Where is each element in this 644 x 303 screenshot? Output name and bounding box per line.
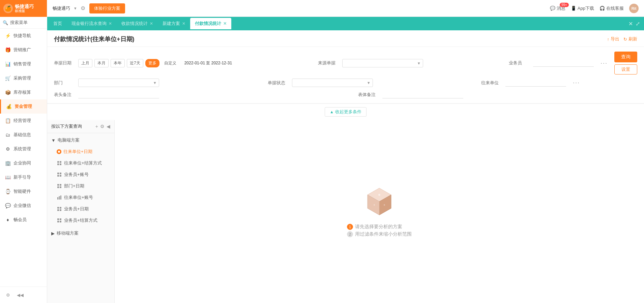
body-note-input[interactable]: [382, 91, 463, 98]
message-badge: 99+: [560, 3, 569, 7]
sidebar-item-system[interactable]: ⚙ 系统管理: [0, 142, 47, 156]
tab-receipts-stats-close[interactable]: ✕: [150, 21, 153, 26]
sidebar-collapse-btn[interactable]: ◀◀: [16, 290, 25, 300]
message-action[interactable]: 💬 消息 99+: [550, 5, 565, 11]
sidebar-item-sales[interactable]: 📊 销售管理: [0, 57, 47, 71]
tab-receipts-stats[interactable]: 收款情况统计 ✕: [117, 18, 158, 29]
filter-row-3: 表头备注 表体备注: [54, 91, 637, 98]
enterprise-icon: 🏢: [5, 160, 11, 166]
user-avatar[interactable]: Rit: [629, 4, 639, 13]
date-btn-this-year[interactable]: 本年: [111, 59, 125, 67]
tree-item-grid-icon: [57, 160, 62, 166]
tree-item-dept-date[interactable]: 部门+日期: [47, 180, 114, 192]
header-note-input[interactable]: [78, 91, 159, 98]
sidebar-header: 🍊 畅捷通巧 标准版: [0, 0, 47, 17]
empty-text: 1 请先选择要分析的方案 2 用过滤条件来缩小分析范围: [347, 222, 412, 239]
tab-bank-flow-close[interactable]: ✕: [109, 21, 112, 26]
date-btn-more[interactable]: 更多: [145, 59, 159, 67]
tree-item-counterpart-settlement[interactable]: 往来单位+结算方式: [47, 157, 114, 169]
marketing-icon: 🎁: [5, 47, 11, 53]
left-panel-settings-icon[interactable]: ⚙: [100, 124, 105, 129]
tree-item-grid3-icon: [57, 183, 62, 189]
date-btn-last-7days[interactable]: 近7天: [127, 59, 143, 67]
body-area: 按以下方案查询 + ⚙ ◀ ▼ 电脑端方案: [47, 120, 644, 303]
svg-rect-21: [57, 218, 59, 220]
tab-payments-stats[interactable]: 付款情况统计 ✕: [190, 18, 231, 29]
left-section-mobile-header[interactable]: ▶ 移动端方案: [47, 228, 114, 239]
tree-item-agent-settlement[interactable]: 业务员+结算方式: [47, 215, 114, 226]
source-select[interactable]: ▾: [342, 59, 423, 67]
finance-icon: 💰: [6, 103, 12, 110]
tab-payments-stats-close[interactable]: ✕: [223, 21, 227, 26]
sidebar-item-guide[interactable]: 📖 新手引导: [0, 170, 47, 184]
tree-item-agent-date[interactable]: 业务员+日期: [47, 203, 114, 215]
svg-rect-12: [57, 186, 59, 188]
tab-new-plan[interactable]: 新建方案 ✕: [158, 18, 190, 29]
mobile-section-arrow-icon: ▶: [51, 231, 55, 236]
export-button[interactable]: ↑ 导出: [607, 36, 620, 42]
topbar-dropdown-arrow[interactable]: ▾: [74, 6, 77, 11]
tree-item-grid5-icon: [57, 218, 62, 223]
counterpart-input[interactable]: [505, 79, 566, 87]
sidebar-item-member[interactable]: ♦ 畅会员: [0, 213, 47, 227]
desktop-section-label: 电脑端方案: [58, 137, 80, 143]
sidebar-item-quick-nav[interactable]: ⚡ 快捷导航: [0, 29, 47, 43]
tree-item-counterpart-date[interactable]: 往来单位+日期: [47, 146, 114, 157]
topbar-settings-icon[interactable]: ⚙: [81, 5, 85, 11]
filter-settings-button[interactable]: 设置: [614, 64, 637, 74]
date-btn-this-month[interactable]: 本月: [94, 59, 109, 67]
date-btn-last-month[interactable]: 上月: [78, 59, 92, 67]
sidebar-item-inventory[interactable]: 📦 库存核算: [0, 85, 47, 99]
left-panel-collapse-icon[interactable]: ◀: [107, 124, 110, 129]
operations-icon: 📋: [5, 118, 11, 124]
agent-input[interactable]: [533, 59, 594, 67]
sidebar-item-enterprise[interactable]: 🏢 企业协同: [0, 156, 47, 170]
sidebar-item-label: 智能硬件: [13, 188, 31, 194]
tree-item-active-icon: [57, 149, 61, 154]
trial-button[interactable]: 体验行业方案: [89, 3, 125, 13]
collapse-conditions-button[interactable]: ▲ 收起更多条件: [325, 107, 367, 117]
left-panel-add-icon[interactable]: +: [95, 124, 98, 129]
filter-row-1: 单据日期 上月 本月 本年 近7天 更多 自定义 2022-01-01 至 20…: [54, 52, 637, 74]
sidebar-item-operations[interactable]: 📋 经营管理: [0, 114, 47, 128]
page-title: 付款情况统计(往来单位+日期): [54, 35, 135, 43]
app-download-action[interactable]: 📱 App下载: [571, 5, 594, 11]
search-label: 搜索菜单: [10, 20, 28, 26]
topbar-actions: 💬 消息 99+ 📱 App下载 🎧 在线客服 Rit: [550, 4, 639, 13]
svg-rect-23: [57, 221, 59, 222]
tree-item-counterpart-account[interactable]: 往来单位+账号: [47, 192, 114, 203]
query-button[interactable]: 查询: [614, 52, 637, 62]
svg-rect-22: [60, 218, 61, 220]
online-service-action[interactable]: 🎧 在线客服: [599, 5, 624, 11]
sidebar-search[interactable]: 🔍 搜索菜单: [0, 17, 47, 29]
tab-home[interactable]: 首页: [49, 18, 67, 29]
tree-item-grid2-icon: [57, 172, 62, 177]
sidebar-item-marketing[interactable]: 🎁 营销推广: [0, 43, 47, 57]
left-section-desktop-header[interactable]: ▼ 电脑端方案: [47, 134, 114, 146]
tab-receipts-stats-label: 收款情况统计: [121, 21, 148, 27]
sidebar-item-finance[interactable]: 💰 资金管理: [0, 99, 47, 114]
empty-illustration: [359, 185, 400, 218]
tab-expand-icon[interactable]: ⤢: [636, 21, 640, 27]
sidebar-item-basic[interactable]: 🗂 基础信息: [0, 128, 47, 142]
doc-status-select[interactable]: ▾: [292, 79, 373, 87]
dept-select[interactable]: ▾: [78, 79, 159, 87]
sidebar-item-wechat[interactable]: 💬 企业微信: [0, 199, 47, 213]
sidebar-settings-btn[interactable]: ⚙: [3, 290, 13, 300]
tab-bank-flow[interactable]: 现金银行流水查询 ✕: [67, 18, 117, 29]
agent-dots-icon[interactable]: ···: [599, 60, 609, 67]
source-select-arrow-icon: ▾: [418, 61, 420, 66]
sidebar-item-hardware[interactable]: ⌚ 智能硬件: [0, 184, 47, 199]
refresh-button[interactable]: ↻ 刷新: [623, 36, 637, 42]
date-quick-btns: 上月 本月 本年 近7天 更多 自定义: [78, 59, 179, 67]
tab-close-all-icon[interactable]: ✕: [628, 21, 633, 27]
sidebar-item-purchase[interactable]: 🛒 采购管理: [0, 71, 47, 85]
tree-item-agent-account[interactable]: 业务员+账号: [47, 169, 114, 180]
svg-rect-6: [57, 173, 59, 174]
counterpart-label: 往来单位: [481, 80, 500, 86]
date-label: 单据日期: [54, 60, 73, 66]
sales-icon: 📊: [5, 61, 11, 67]
counterpart-dots-icon[interactable]: ···: [572, 79, 581, 86]
date-custom-label[interactable]: 自定义: [162, 59, 179, 67]
tab-new-plan-close[interactable]: ✕: [182, 21, 185, 26]
